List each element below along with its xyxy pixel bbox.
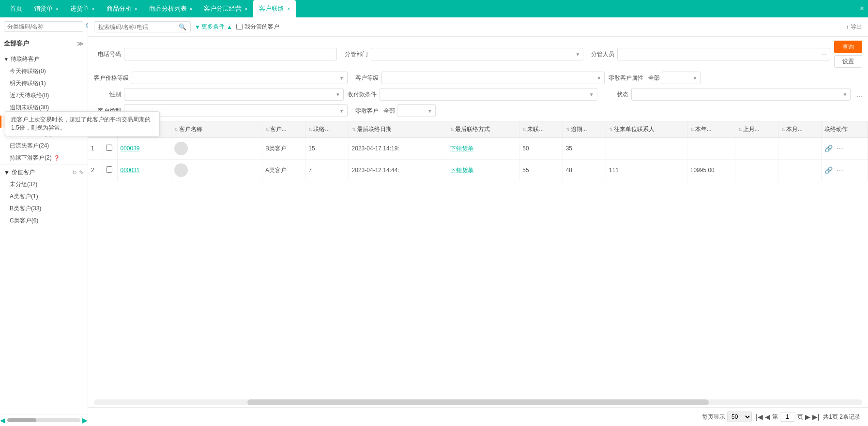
h-scrollbar-track[interactable] [94,399,862,405]
row1-select[interactable] [106,145,112,151]
setting-button[interactable]: 设置 [834,55,862,68]
export-icon: ↑ [846,24,849,30]
sidebar-search-input[interactable] [4,21,83,32]
filter-row3-dots[interactable]: ... [856,90,862,98]
row2-code[interactable]: 000031 [117,160,171,181]
pending-contact-header[interactable]: ▼ 待联络客户 [0,53,88,65]
next-page-btn[interactable]: ▶ [805,413,810,421]
gender-select[interactable]: ▼ [124,88,344,101]
row1-code[interactable]: 000039 [117,138,171,160]
phone-input[interactable] [124,48,337,60]
nav-sales[interactable]: 销货单 × [28,0,64,17]
query-button[interactable]: 查询 [834,41,862,53]
nav-product-close[interactable]: × [135,6,137,12]
nav-customer-contact[interactable]: 客户联络 × [253,0,296,17]
search-input[interactable] [98,24,179,30]
row2-contact-icon[interactable]: 🔗 [824,166,833,174]
more-conditions-btn[interactable]: ▼ 更多条件 ▲ [195,23,232,31]
nav-product-list[interactable]: 商品分析列表 × [143,0,198,17]
nav-customer-contact-close[interactable]: × [287,6,290,12]
nav-customer-tier-close[interactable]: × [244,6,247,12]
sidebar-scroll-left[interactable]: ◀ [0,416,5,424]
price-edit-icon[interactable]: ✎ [79,169,84,176]
first-page-btn[interactable]: |◀ [756,413,763,421]
nav-home[interactable]: 首页 [4,0,28,17]
all-customers-label: 全部客户 [4,39,29,48]
last-page-btn[interactable]: ▶| [812,413,820,421]
sort-icon-ctype[interactable]: ⇅ [265,127,269,132]
sort-icon-way[interactable]: ⇅ [450,127,454,132]
sidebar-collapse-btn[interactable]: ≫ [77,40,84,47]
row2-this-year: 10995.00 [687,160,735,181]
my-customer-filter: 我分管的客户 [236,23,279,31]
filter-gender: 性别 ▼ [94,88,344,101]
sidebar-tomorrow-pending[interactable]: 明天待联络(1) [0,77,88,89]
filter-area: 电话号码 分管部门 ▼ 分管人员 ··· 查询 设置 [88,37,868,121]
nav-sales-close[interactable]: × [56,6,59,12]
sidebar-b-customer[interactable]: B类客户(33) [0,203,88,215]
nav-customer-tier[interactable]: 客户分层经营 × [198,0,253,17]
retail-attr-select[interactable]: ▼ [662,72,700,84]
page-label2: 页 [797,413,803,421]
row2-contact-count: 7 [305,160,349,181]
row1-more-icon[interactable]: ⋯ [837,145,843,152]
h-scrollbar-thumb[interactable] [247,399,708,405]
row1-last-way[interactable]: 下销货单 [447,138,519,160]
sort-icon-no-contact[interactable]: ⇅ [522,127,526,132]
row2-avatar [174,163,188,177]
price-arrow: ▼ [4,169,10,176]
sidebar-7day-pending[interactable]: 近7天待联络(0) [0,89,88,102]
sort-icon-year[interactable]: ⇅ [690,127,694,132]
row2-last-way[interactable]: 下销货单 [447,160,519,181]
retail-customer-label: 零散客户 [351,107,379,115]
nav-product-analysis[interactable]: 商品分析 × [101,0,143,17]
nav-purchase[interactable]: 进货单 × [64,0,101,17]
sidebar-persist-down[interactable]: 持续下滑客户(2) ❓ [0,152,88,164]
sidebar-scroll-right[interactable]: ▶ [82,416,88,424]
sort-icon-this-month[interactable]: ⇅ [781,127,785,132]
price-level-select[interactable]: ▼ [132,72,348,84]
dept-arrow: ▼ [575,52,580,57]
row2-more-icon[interactable]: ⋯ [837,166,843,174]
sort-icon-overdue[interactable]: ⇅ [566,127,570,132]
page-number-input[interactable] [780,412,795,422]
sidebar-a-customer[interactable]: A类客户(1) [0,191,88,203]
nav-product-list-close[interactable]: × [190,6,193,12]
status-select[interactable]: ▼ [631,88,851,101]
sidebar-pending-group: ▼ 待联络客户 今天待联络(0) 明天待联络(1) 近7天待联络(0) 逾期未联… [0,51,88,116]
sidebar-scroll-bottom: ◀ ▶ [0,414,88,426]
person-select[interactable]: ··· [617,48,830,60]
sidebar-c-customer[interactable]: C类客户(6) [0,215,88,227]
retail-customer-select[interactable]: ▼ [397,104,436,117]
person-dots[interactable]: ··· [821,50,827,58]
th-this-month: ⇅ 本月... [778,121,821,138]
per-page-label: 每页显示 [702,413,725,421]
th-last-date: ⇅ 最后联络日期 [349,121,447,138]
pending-contact-label: 待联络客户 [11,55,40,63]
dept-select[interactable]: ▼ [371,48,584,60]
nav-purchase-close[interactable]: × [92,6,95,12]
payment-select[interactable]: ▼ [380,88,597,101]
price-refresh-icon[interactable]: ↻ [72,169,77,176]
customer-level-select[interactable]: ▼ [381,72,605,84]
nav-close-all[interactable]: × [860,4,864,13]
row1-checkbox [103,138,117,160]
search-icon[interactable]: 🔍 [179,23,186,30]
sort-icon-date[interactable]: ⇅ [352,127,356,132]
sidebar-ungroup[interactable]: 未分组(32) [0,178,88,191]
prev-page-btn[interactable]: ◀ [765,413,770,421]
row2-select[interactable] [106,166,112,173]
sidebar-today-pending[interactable]: 今天待联络(0) [0,65,88,77]
persist-down-help-icon[interactable]: ❓ [54,155,60,161]
sort-icon-last-month[interactable]: ⇅ [738,127,742,132]
sidebar-lost-actual[interactable]: 已流失客户(24) [0,140,88,152]
per-page-select[interactable]: 50 20 100 [727,411,752,422]
row1-contact-icon[interactable]: 🔗 [824,145,833,152]
price-customer-header[interactable]: ▼ 价值客户 ↻ ✎ [0,166,88,178]
export-btn[interactable]: ↑ 导出 [846,23,862,31]
sort-icon-contact[interactable]: ⇅ [308,127,312,132]
sort-icon-name[interactable]: ⇅ [174,127,178,132]
row2-last-date: 2023-04-12 14:44: [349,160,447,181]
my-customer-checkbox[interactable] [236,24,243,30]
sort-icon-company[interactable]: ⇅ [609,127,613,132]
